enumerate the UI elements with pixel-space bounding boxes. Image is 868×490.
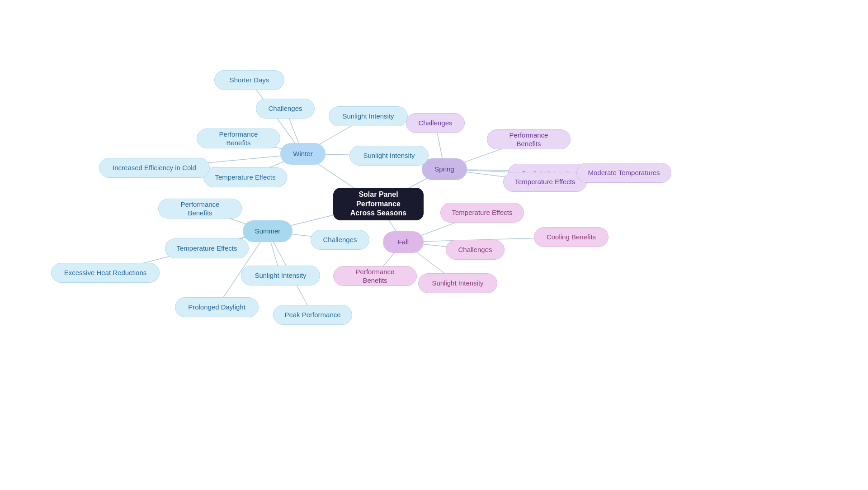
connections-svg [0,0,868,490]
node-fall-sunlight: Sunlight Intensity [418,273,497,293]
node-fall-temp-effects: Temperature Effects [440,203,524,223]
node-summer-challenges: Challenges [311,230,369,250]
node-summer-sunlight: Sunlight Intensity [241,266,320,285]
season-spring: Spring [422,158,467,180]
season-fall: Fall [383,231,424,253]
node-spring-temp-effects: Temperature Effects [503,172,587,192]
center-node: Solar Panel Performance Across Seasons [333,188,424,220]
node-increased-efficiency: Increased Efficiency in Cold [99,158,210,178]
node-summer-temp-effects: Temperature Effects [165,238,249,258]
node-winter-sunlight: Sunlight Intensity [329,106,408,126]
node-cooling-benefits: Cooling Benefits [534,227,609,247]
node-shorter-days: Shorter Days [214,70,284,90]
node-winter-temp-effects: Temperature Effects [203,167,287,187]
node-spring-challenges: Challenges [406,113,465,133]
node-peak-performance: Peak Performance [273,305,352,325]
season-winter: Winter [280,143,326,165]
node-summer-perf-benefits: Performance Benefits [158,199,242,219]
season-summer: Summer [243,220,292,242]
node-prolonged-daylight: Prolonged Daylight [175,297,259,317]
mindmap-container: Solar Panel Performance Across SeasonsWi… [0,0,868,490]
node-winter-sunlight2: Sunlight Intensity [349,146,429,166]
node-excessive-heat: Excessive Heat Reductions [51,263,160,283]
node-moderate-temps: Moderate Temperatures [576,163,671,183]
node-fall-perf-benefits: Performance Benefits [333,266,417,286]
node-spring-perf-benefits: Performance Benefits [487,129,571,149]
node-fall-challenges: Challenges [446,240,505,260]
node-winter-perf-benefits: Performance Benefits [197,128,280,148]
node-winter-challenges: Challenges [256,99,315,119]
